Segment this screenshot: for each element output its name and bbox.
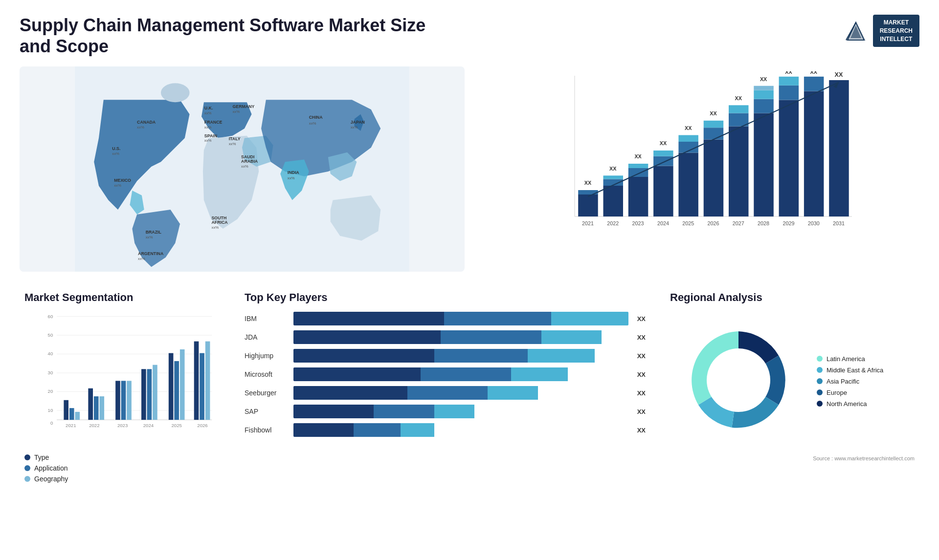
player-value: XX bbox=[637, 408, 646, 415]
svg-point-5 bbox=[161, 84, 190, 103]
svg-rect-75 bbox=[754, 99, 774, 113]
svg-rect-61 bbox=[678, 135, 698, 142]
bar-seg-1 bbox=[293, 386, 407, 400]
legend-me-label: Middle East & Africa bbox=[827, 366, 883, 374]
bar-seg-2 bbox=[407, 386, 488, 400]
svg-rect-86 bbox=[804, 77, 824, 91]
main-content: CANADA xx% U.S. xx% MEXICO xx% BRAZIL xx… bbox=[20, 66, 919, 272]
player-row: IBM XX bbox=[245, 312, 646, 325]
player-value: XX bbox=[637, 371, 646, 378]
legend-eu-dot bbox=[817, 389, 823, 395]
legend-type-dot bbox=[24, 454, 30, 460]
bar-seg-1 bbox=[293, 405, 374, 418]
legend-application: Application bbox=[24, 464, 220, 472]
legend-geography: Geography bbox=[24, 475, 220, 483]
svg-rect-117 bbox=[88, 388, 93, 420]
legend-type: Type bbox=[24, 453, 220, 461]
player-name: SAP bbox=[245, 408, 289, 415]
legend-geography-dot bbox=[24, 476, 30, 482]
bar-chart-svg: XX 2021 XX 2022 XX 2023 XX 2024 XX bbox=[504, 71, 910, 247]
svg-text:2024: 2024 bbox=[657, 220, 669, 226]
player-bar bbox=[293, 405, 628, 418]
bar-seg-1 bbox=[293, 423, 354, 437]
svg-point-132 bbox=[707, 348, 770, 412]
svg-text:30: 30 bbox=[48, 370, 53, 375]
svg-text:SPAIN: SPAIN bbox=[204, 133, 217, 138]
player-value: XX bbox=[637, 352, 646, 360]
svg-text:50: 50 bbox=[48, 332, 53, 338]
svg-rect-124 bbox=[147, 369, 152, 420]
bar-seg-1 bbox=[293, 367, 421, 381]
page-title: Supply Chain Management Software Market … bbox=[20, 15, 460, 57]
legend-north-america: North America bbox=[817, 400, 883, 408]
bar-seg-2 bbox=[374, 405, 434, 418]
legend-ap-label: Asia Pacific bbox=[827, 378, 859, 385]
legend-ap-dot bbox=[817, 378, 823, 384]
svg-text:xx%: xx% bbox=[138, 257, 145, 261]
svg-rect-55 bbox=[653, 156, 673, 166]
key-players-title: Top Key Players bbox=[245, 291, 646, 304]
bar-seg-2 bbox=[444, 312, 551, 325]
player-name: Seeburger bbox=[245, 389, 289, 397]
svg-text:BRAZIL: BRAZIL bbox=[146, 230, 162, 235]
svg-rect-54 bbox=[653, 166, 673, 217]
svg-text:JAPAN: JAPAN bbox=[351, 120, 365, 125]
legend-type-label: Type bbox=[34, 453, 49, 461]
legend-middle-east: Middle East & Africa bbox=[817, 366, 883, 374]
player-bar-container bbox=[293, 349, 628, 363]
svg-text:ARGENTINA: ARGENTINA bbox=[138, 251, 164, 256]
svg-rect-122 bbox=[127, 381, 132, 420]
player-row: Highjump XX bbox=[245, 349, 646, 363]
svg-text:60: 60 bbox=[48, 314, 53, 319]
player-bar-container bbox=[293, 312, 628, 325]
player-bar bbox=[293, 330, 628, 344]
regional-title: Regional Analysis bbox=[670, 291, 915, 304]
svg-text:xx%: xx% bbox=[309, 122, 316, 126]
bar-seg-2 bbox=[421, 367, 511, 381]
svg-text:XX: XX bbox=[810, 71, 818, 75]
player-value: XX bbox=[637, 389, 646, 397]
svg-rect-65 bbox=[704, 128, 724, 140]
players-list: IBM XX JDA bbox=[245, 312, 646, 437]
player-row: JDA XX bbox=[245, 330, 646, 344]
svg-text:SAUDI: SAUDI bbox=[241, 154, 254, 159]
bar-seg-3 bbox=[434, 405, 474, 418]
svg-text:xx%: xx% bbox=[211, 225, 219, 230]
player-name: Highjump bbox=[245, 352, 289, 360]
logo-icon bbox=[844, 19, 868, 43]
svg-text:XX: XX bbox=[760, 76, 767, 82]
svg-text:U.K.: U.K. bbox=[204, 106, 213, 110]
svg-text:2022: 2022 bbox=[89, 423, 99, 428]
svg-rect-46 bbox=[604, 176, 624, 179]
segmentation-section: Market Segmentation 60 50 40 30 20 10 0 bbox=[20, 286, 225, 491]
svg-text:xx%: xx% bbox=[288, 176, 295, 181]
player-row: Fishbowl XX bbox=[245, 423, 646, 437]
svg-text:2026: 2026 bbox=[197, 423, 207, 428]
svg-rect-77 bbox=[754, 86, 774, 90]
svg-text:ARABIA: ARABIA bbox=[241, 159, 258, 164]
segmentation-legend: Type Application Geography bbox=[24, 453, 220, 483]
player-row: SAP XX bbox=[245, 405, 646, 418]
player-bar bbox=[293, 367, 628, 381]
logo-area: MARKET RESEARCH INTELLECT bbox=[844, 15, 919, 47]
bar-seg-1 bbox=[293, 312, 444, 325]
regional-section: Regional Analysis bbox=[665, 286, 919, 491]
svg-text:2023: 2023 bbox=[632, 220, 644, 226]
player-value: XX bbox=[637, 334, 646, 341]
legend-application-label: Application bbox=[34, 464, 68, 472]
svg-text:ITALY: ITALY bbox=[229, 137, 241, 142]
legend-la-label: Latin America bbox=[827, 355, 865, 363]
svg-rect-49 bbox=[628, 177, 648, 216]
bar-seg-2 bbox=[354, 423, 401, 437]
svg-text:XX: XX bbox=[835, 71, 843, 78]
svg-rect-114 bbox=[64, 400, 68, 420]
svg-text:U.S.: U.S. bbox=[112, 146, 120, 151]
key-players-section: Top Key Players IBM XX JDA bbox=[240, 286, 650, 491]
svg-text:xx%: xx% bbox=[114, 184, 121, 188]
svg-text:XX: XX bbox=[660, 141, 667, 147]
legend-na-dot bbox=[817, 401, 823, 407]
bar-seg-3 bbox=[551, 312, 628, 325]
svg-text:40: 40 bbox=[48, 351, 53, 357]
bar-seg-1 bbox=[293, 349, 434, 363]
svg-text:xx%: xx% bbox=[112, 151, 119, 156]
